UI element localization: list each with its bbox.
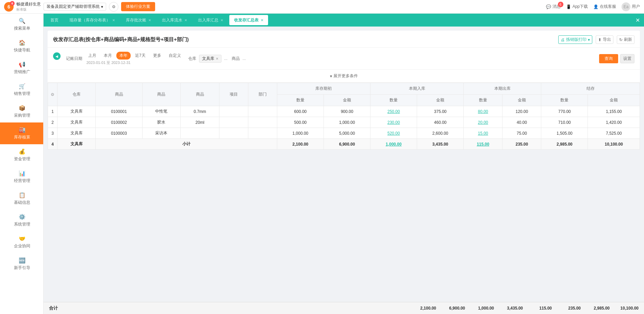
user-item[interactable]: Ea 用户: [622, 2, 640, 11]
row1-in-qty[interactable]: 250.00: [370, 106, 417, 117]
date-filter-label: 记账日期: [66, 56, 82, 62]
marketing-icon: 📢: [19, 61, 26, 68]
refresh-button[interactable]: ↻ 刷新: [617, 35, 634, 44]
sidebar-item-marketing[interactable]: 📢 营销推广: [0, 57, 43, 79]
message-item[interactable]: 💬 消息 6: [546, 4, 561, 10]
row1-out-qty[interactable]: 80.00: [464, 106, 502, 117]
date-btn-more[interactable]: 更多: [150, 52, 164, 60]
page-actions: 🖨 拣销版打印 ▾ ⬆ 导出 ↻ 刷新: [558, 35, 634, 44]
tab-summary-io[interactable]: 出入库汇总 ✕: [193, 15, 228, 25]
sidebar-item-quick[interactable]: 🏠 快捷导航: [0, 35, 43, 57]
sidebar-item-operation[interactable]: 📊 经营管理: [0, 166, 43, 188]
date-btn-this-year[interactable]: 本年: [116, 52, 131, 60]
col-settings-icon[interactable]: ⚙: [51, 92, 54, 97]
sidebar: 🔍 搜索菜单 🏠 快捷导航 📢 营销推广 🛒 销售管理 📦 采购管理 🏭 库存核…: [0, 14, 44, 314]
goods-more-btn[interactable]: ...: [243, 56, 246, 61]
col-settings: ⚙: [48, 83, 57, 106]
system-selector[interactable]: 装备及固定资产辅助管理系统 ▾: [44, 3, 106, 11]
tab-stock-dist-close[interactable]: ✕: [112, 18, 115, 22]
tab-recv-send-close[interactable]: ✕: [261, 18, 263, 22]
row3-code: 0100003: [96, 128, 142, 139]
col-in-amt: 金额: [417, 95, 464, 106]
row3-end-amt: 7,525.00: [588, 128, 640, 139]
tab-home[interactable]: 首页: [46, 15, 63, 25]
subtotal-in-qty[interactable]: 1,000.00: [370, 139, 417, 150]
tab-stock-dist[interactable]: 现存量（库存分布表） ✕: [65, 15, 120, 25]
sidebar-item-inventory[interactable]: 🏭 库存核算: [0, 122, 43, 144]
trial-button[interactable]: 体验行业方案: [121, 2, 155, 11]
subtotal-end-qty: 2,985.00: [541, 139, 588, 150]
row3-project: [219, 128, 248, 139]
warehouse-tag-close[interactable]: ✕: [216, 57, 218, 61]
print-button[interactable]: 🖨 拣销版打印 ▾: [558, 35, 592, 44]
row2-code: 0100002: [96, 117, 142, 128]
row2-end-qty: 710.00: [541, 117, 588, 128]
row3-no: 3: [48, 128, 57, 139]
sidebar-item-search[interactable]: 🔍 搜索菜单: [0, 14, 43, 35]
row1-open-amt: 900.00: [324, 106, 370, 117]
row1-project: [219, 106, 248, 117]
sidebar-item-purchase[interactable]: 📦 采购管理: [0, 101, 43, 122]
total-end-qty: 2,985.00: [581, 306, 610, 311]
online-service-item[interactable]: 👤 在线客服: [593, 4, 616, 10]
subtotal-row: 4 文具库 小计 2,100.00 6,900.00 1,000.00 3,43…: [48, 139, 640, 150]
subtotal-out-qty[interactable]: 115.00: [464, 139, 502, 150]
total-in-amt: 3,435.00: [494, 306, 523, 311]
settings-icon-btn[interactable]: ⚙: [109, 2, 118, 12]
date-btn-custom[interactable]: 自定义: [166, 52, 184, 60]
warehouse-tag: 文具库 ✕: [199, 55, 221, 63]
sidebar-item-system[interactable]: ⚙️ 系统管理: [0, 210, 43, 231]
tab-batch[interactable]: 库存批次账 ✕: [121, 15, 156, 25]
date-btn-last-month[interactable]: 上月: [85, 52, 99, 60]
tabs-close-all[interactable]: ✕: [633, 17, 643, 23]
row3-in-qty[interactable]: 520.00: [370, 128, 417, 139]
col-out-amt: 金额: [502, 95, 541, 106]
sidebar-item-basic[interactable]: 📋 基础信息: [0, 188, 43, 210]
sidebar-item-finance[interactable]: 💰 资金管理: [0, 144, 43, 166]
row3-out-qty[interactable]: 15.00: [464, 128, 502, 139]
sidebar-item-sales[interactable]: 🛒 销售管理: [0, 79, 43, 101]
tab-flow-close[interactable]: ✕: [184, 18, 187, 22]
subtotal-warehouse: 文具库: [57, 139, 96, 150]
export-button[interactable]: ⬆ 导出: [596, 35, 613, 44]
row2-name: 胶水: [142, 117, 180, 128]
expand-more-btn[interactable]: ▾ 展开更多条件: [327, 72, 361, 80]
row2-open-qty: 500.00: [277, 117, 324, 128]
app-download-item[interactable]: 📱 App下载: [566, 4, 588, 10]
logo-badge: 6: [10, 1, 15, 6]
row1-in-amt: 375.00: [417, 106, 464, 117]
tab-recv-send[interactable]: 收发存汇总表 ✕: [229, 15, 268, 25]
tab-batch-close[interactable]: ✕: [148, 18, 151, 22]
row1-end-amt: 1,155.00: [588, 106, 640, 117]
row2-open-amt: 1,000.00: [324, 117, 370, 128]
row2-in-qty[interactable]: 230.00: [370, 117, 417, 128]
total-out-amt: 235.00: [552, 306, 581, 311]
date-btn-this-month[interactable]: 本月: [101, 52, 115, 60]
tab-summary-io-close[interactable]: ✕: [220, 18, 223, 22]
date-filter-group: 记账日期 上月 本月 本年 近7天 更多 自定义 20: [66, 52, 184, 65]
query-button[interactable]: 查询: [599, 54, 618, 63]
table-row: 2 文具库 0100002 胶水 20ml 500.00 1,000.00 23…: [48, 117, 640, 128]
sidebar-item-newuser[interactable]: 🆕 新手引导: [0, 253, 43, 275]
app-name: 畅捷通好生意: [16, 2, 41, 7]
date-btn-7days[interactable]: 近7天: [132, 52, 149, 60]
filter-toggle-btn[interactable]: ◀: [53, 52, 61, 60]
col-opening-header: 库存期初: [277, 83, 370, 95]
row2-out-qty[interactable]: 20.00: [464, 117, 502, 128]
row2-out-amt: 40.00: [502, 117, 541, 128]
col-goods-code-header: 商品: [96, 83, 142, 106]
row3-open-qty: 1,000.00: [277, 128, 324, 139]
goods-filter-group: 商品 ...: [232, 56, 246, 62]
row2-project: [219, 117, 248, 128]
sidebar-label-finance: 资金管理: [14, 156, 30, 162]
row1-open-qty: 600.00: [277, 106, 324, 117]
page-title-bar: 收发存汇总表(按仓库+商品编码+商品+规格型号+项目+部门) 🖨 拣销版打印 ▾…: [48, 31, 640, 48]
row3-end-qty: 1,505.00: [541, 128, 588, 139]
settings-small-button[interactable]: 设置: [620, 54, 634, 63]
filter-row: 记账日期 上月 本月 本年 近7天 更多 自定义 20: [66, 52, 634, 65]
warehouse-more-btn[interactable]: ...: [224, 56, 228, 61]
tab-flow[interactable]: 出入库流水 ✕: [157, 15, 192, 25]
sidebar-label-inventory: 库存核算: [14, 134, 30, 140]
sidebar-item-collab[interactable]: 🤝 企业协同: [0, 231, 43, 253]
app-logo: 6 6: [4, 2, 14, 12]
